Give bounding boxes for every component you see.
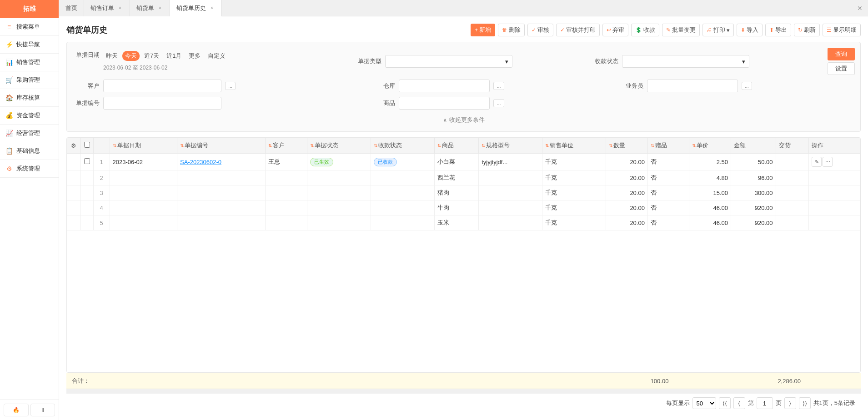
th-price[interactable]: ⇅单价 [689, 138, 731, 154]
date-btn-today[interactable]: 今天 [122, 51, 140, 61]
td-goods: 小白菜 [435, 154, 479, 170]
th-date[interactable]: ⇅单据日期 [110, 138, 177, 154]
edit-op-button[interactable]: ✎ [812, 157, 822, 167]
row-checkbox[interactable] [84, 158, 90, 164]
page-last-button[interactable]: ⟩⟩ [799, 397, 811, 409]
th-docno[interactable]: ⇅单据编号 [177, 138, 266, 154]
date-btn-more[interactable]: 更多 [186, 51, 203, 61]
sidebar-item-inventory[interactable]: 🏠 库存核算 [0, 89, 59, 107]
toolbar: + 新增 🗑 删除 ✓ 审核 ✓ 审核并打印 ↩ 弃审 [471, 24, 861, 36]
audit-button[interactable]: ✓ 审核 [527, 24, 553, 36]
import-button[interactable]: ⬇ 导入 [737, 24, 763, 36]
payment-select[interactable]: ▾ [622, 55, 749, 68]
search-button[interactable]: 查询 [828, 48, 855, 60]
th-gift[interactable]: ⇅赠品 [647, 138, 689, 154]
td-check[interactable] [80, 200, 93, 215]
collapse-conditions-button[interactable]: ∧ 收起更多条件 [72, 114, 855, 126]
warehouse-picker-button[interactable]: ... [493, 82, 504, 90]
sidebar-pause-button[interactable]: ⏸ [30, 404, 55, 416]
audit-print-button[interactable]: ✓ 审核并打印 [556, 24, 600, 36]
payment-label: 收款状态 [591, 57, 618, 65]
td-unit: 千克 [542, 215, 606, 230]
sidebar-item-basic-info[interactable]: 📋 基础信息 [0, 142, 59, 160]
horizontal-scrollbar[interactable] [66, 389, 861, 393]
salesperson-input[interactable] [647, 80, 738, 92]
page-prev-button[interactable]: ⟨ [733, 397, 745, 409]
collect-button[interactable]: 💲 收款 [631, 24, 659, 36]
sidebar-item-sys-mgmt[interactable]: ⚙ 系统管理 [0, 160, 59, 178]
tab-sales-history-label: 销货单历史 [176, 4, 206, 12]
sidebar-item-quick-nav[interactable]: ⚡ 快捷导航 [0, 36, 59, 54]
tab-sales-history-close[interactable]: × [209, 5, 215, 11]
date-btn-1month[interactable]: 近1月 [164, 51, 184, 61]
th-checkbox[interactable] [80, 138, 93, 154]
new-button[interactable]: + 新增 [471, 24, 495, 36]
show-detail-button[interactable]: ☰ 显示明细 [823, 24, 861, 36]
batch-change-button[interactable]: ✎ 批量变更 [662, 24, 700, 36]
td-gift: 否 [647, 170, 689, 185]
warehouse-input[interactable] [399, 80, 490, 92]
th-pay-status[interactable]: ⇅收款状态 [371, 138, 435, 154]
page-header: 销货单历史 + 新增 🗑 删除 ✓ 审核 ✓ 审核并打印 [66, 24, 861, 36]
tab-sales-history[interactable]: 销货单历史 × [170, 0, 222, 16]
select-all-checkbox[interactable] [84, 142, 90, 148]
print-dropdown-icon: ▾ [727, 27, 730, 34]
tab-sales-delivery-close[interactable]: × [157, 5, 163, 11]
tab-sales-order-close[interactable]: × [117, 5, 123, 11]
settings-button[interactable]: 设置 [828, 62, 855, 75]
tab-home[interactable]: 首页 [59, 0, 84, 16]
tab-sales-order[interactable]: 销售订单 × [84, 0, 130, 16]
date-btn-7days[interactable]: 近7天 [141, 51, 162, 61]
print-icon: 🖨 [707, 27, 712, 33]
td-gift: 否 [647, 154, 689, 170]
sidebar-item-sales-mgmt[interactable]: 📊 销售管理 [0, 54, 59, 71]
date-btn-custom[interactable]: 自定义 [205, 51, 228, 61]
th-doc-status[interactable]: ⇅单据状态 [307, 138, 371, 154]
sidebar-item-operation[interactable]: 📈 经营管理 [0, 125, 59, 142]
sidebar-label-inventory: 库存核算 [16, 94, 40, 102]
print-button[interactable]: 🖨 打印 ▾ [702, 24, 734, 36]
th-qty[interactable]: ⇅数量 [606, 138, 648, 154]
page-next-button[interactable]: ⟩ [784, 397, 796, 409]
th-customer[interactable]: ⇅客户 [266, 138, 307, 154]
sidebar-fire-button[interactable]: 🔥 [4, 404, 29, 416]
per-page-select[interactable]: 50 100 200 [692, 397, 716, 409]
th-goods[interactable]: ⇅商品 [435, 138, 479, 154]
goods-input[interactable] [399, 97, 490, 110]
sidebar-label-quick-nav: 快捷导航 [16, 40, 40, 49]
type-select[interactable]: ▾ [385, 55, 512, 68]
delete-button[interactable]: 🗑 删除 [498, 24, 525, 36]
export-button[interactable]: ⬆ 导出 [765, 24, 791, 36]
operation-icon: 📈 [5, 130, 13, 137]
td-check[interactable] [80, 154, 93, 170]
salesperson-picker-button[interactable]: ... [742, 82, 752, 90]
th-unit[interactable]: ⇅销售单位 [542, 138, 606, 154]
page-first-button[interactable]: ⟨⟨ [719, 397, 731, 409]
customer-input[interactable] [103, 80, 221, 92]
sidebar-item-finance[interactable]: 💰 资金管理 [0, 107, 59, 125]
goods-picker-button[interactable]: ... [493, 99, 504, 107]
tab-sales-delivery[interactable]: 销货单 × [130, 0, 170, 16]
customer-picker-button[interactable]: ... [225, 82, 236, 90]
more-op-button[interactable]: ⋯ [823, 157, 833, 167]
td-docno: SA-20230602-0 [177, 154, 266, 170]
sidebar-item-search-menu[interactable]: ≡ 搜索菜单 [0, 18, 59, 36]
docno-link[interactable]: SA-20230602-0 [180, 159, 221, 165]
tabs-close-all-button[interactable]: ✕ [852, 5, 868, 12]
td-check[interactable] [80, 215, 93, 230]
tab-sales-order-label: 销售订单 [90, 4, 114, 12]
page-number-input[interactable] [757, 397, 773, 409]
td-unit: 千克 [542, 200, 606, 215]
td-docno [177, 185, 266, 200]
th-spec[interactable]: ⇅规格型号 [479, 138, 542, 154]
sidebar-item-purchase-mgmt[interactable]: 🛒 采购管理 [0, 71, 59, 89]
th-gear[interactable]: ⚙ [67, 138, 80, 154]
date-btn-yesterday[interactable]: 昨天 [103, 51, 120, 61]
docnum-input[interactable] [103, 97, 221, 110]
abandon-button[interactable]: ↩ 弃审 [602, 24, 628, 36]
td-check[interactable] [80, 170, 93, 185]
refresh-button[interactable]: ↻ 刷新 [794, 24, 820, 36]
collect-icon: 💲 [635, 27, 642, 33]
td-check[interactable] [80, 185, 93, 200]
td-doc-status [307, 200, 371, 215]
